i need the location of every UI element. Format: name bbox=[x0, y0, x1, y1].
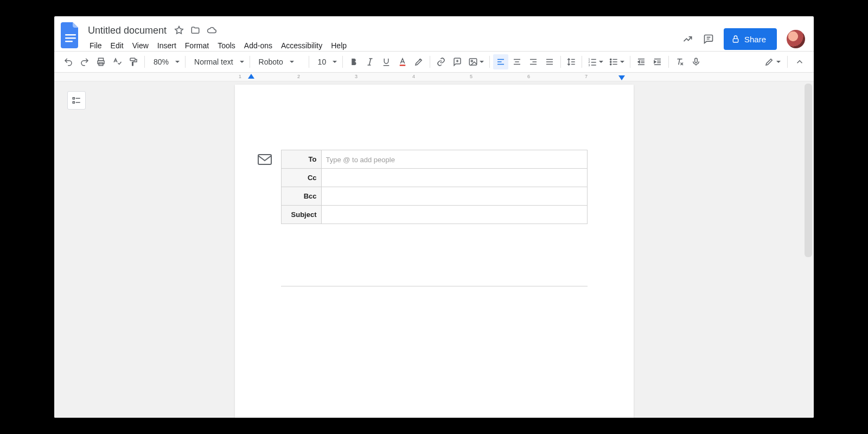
numbered-list-button[interactable]: 123 bbox=[585, 57, 605, 67]
email-row-to: To bbox=[281, 150, 587, 169]
email-to-input[interactable] bbox=[326, 156, 583, 164]
redo-button[interactable] bbox=[77, 54, 92, 69]
collapse-toolbar-button[interactable] bbox=[792, 54, 807, 69]
email-label-cc: Cc bbox=[281, 169, 321, 187]
menu-help[interactable]: Help bbox=[327, 39, 350, 52]
gmail-draft-icon[interactable] bbox=[258, 154, 272, 165]
caret-down-icon bbox=[599, 61, 603, 63]
lock-icon bbox=[731, 35, 740, 43]
bold-button[interactable] bbox=[346, 54, 361, 69]
email-label-to: To bbox=[281, 150, 321, 169]
email-row-subject: Subject bbox=[281, 206, 587, 224]
docs-logo-icon[interactable] bbox=[60, 21, 81, 50]
document-title[interactable]: Untitled document bbox=[86, 24, 169, 37]
star-icon[interactable] bbox=[174, 25, 184, 35]
email-row-bcc: Bcc bbox=[281, 187, 587, 206]
underline-button[interactable] bbox=[379, 54, 394, 69]
clear-formatting-button[interactable] bbox=[672, 54, 687, 69]
show-outline-button[interactable] bbox=[67, 91, 86, 110]
spellcheck-button[interactable] bbox=[110, 54, 125, 69]
ruler-tick: 2 bbox=[297, 74, 300, 79]
email-subject-input[interactable] bbox=[326, 211, 583, 219]
ruler-indent-marker-right[interactable] bbox=[618, 75, 625, 80]
vertical-scrollbar[interactable] bbox=[805, 84, 812, 257]
svg-rect-0 bbox=[65, 34, 76, 36]
menu-addons[interactable]: Add-ons bbox=[240, 39, 276, 52]
horizontal-ruler[interactable]: 1 2 3 4 5 6 7 bbox=[54, 73, 814, 81]
svg-point-40 bbox=[610, 59, 611, 60]
svg-rect-2 bbox=[65, 41, 73, 42]
editing-mode-button[interactable] bbox=[762, 57, 783, 67]
ruler-tick: 7 bbox=[585, 74, 588, 79]
svg-rect-57 bbox=[73, 98, 74, 99]
email-draft-block: To Cc Bcc Subject bbox=[281, 150, 588, 286]
menu-bar: File Edit View Insert Format Tools Add-o… bbox=[86, 39, 682, 52]
svg-point-18 bbox=[471, 60, 473, 62]
print-button[interactable] bbox=[93, 54, 108, 69]
svg-rect-1 bbox=[65, 37, 76, 39]
ruler-tick: 3 bbox=[355, 74, 358, 79]
highlight-button[interactable] bbox=[411, 54, 426, 69]
italic-button[interactable] bbox=[362, 54, 378, 69]
email-label-bcc: Bcc bbox=[281, 187, 321, 206]
text-color-button[interactable] bbox=[395, 54, 410, 69]
caret-down-icon bbox=[290, 61, 294, 63]
svg-rect-5 bbox=[733, 39, 738, 42]
caret-down-icon bbox=[776, 61, 781, 63]
menu-format[interactable]: Format bbox=[181, 39, 213, 52]
undo-button[interactable] bbox=[61, 54, 76, 69]
align-center-button[interactable] bbox=[509, 54, 525, 69]
line-spacing-button[interactable] bbox=[564, 57, 578, 67]
font-size-select[interactable]: 10 bbox=[312, 58, 340, 66]
share-button-label: Share bbox=[744, 35, 766, 44]
menu-tools[interactable]: Tools bbox=[214, 39, 239, 52]
email-bcc-input[interactable] bbox=[326, 193, 583, 201]
paragraph-style-select[interactable]: Normal text bbox=[189, 58, 246, 66]
align-left-button[interactable] bbox=[493, 54, 508, 69]
insert-image-button[interactable] bbox=[466, 57, 486, 67]
move-folder-icon[interactable] bbox=[190, 25, 200, 35]
menu-view[interactable]: View bbox=[129, 39, 152, 52]
caret-down-icon bbox=[480, 61, 484, 63]
header: Untitled document File Edit View Insert … bbox=[54, 16, 814, 51]
menu-insert[interactable]: Insert bbox=[154, 39, 180, 52]
insert-link-button[interactable] bbox=[433, 54, 449, 69]
svg-rect-61 bbox=[258, 155, 271, 164]
menu-edit[interactable]: Edit bbox=[107, 39, 127, 52]
cloud-saved-icon[interactable] bbox=[207, 25, 216, 35]
caret-down-icon bbox=[175, 61, 180, 63]
email-cc-input[interactable] bbox=[326, 174, 583, 182]
bulleted-list-button[interactable] bbox=[607, 57, 627, 67]
paint-format-button[interactable] bbox=[126, 54, 141, 69]
account-avatar[interactable] bbox=[787, 30, 805, 48]
svg-rect-14 bbox=[400, 65, 406, 66]
align-right-button[interactable] bbox=[526, 54, 541, 69]
voice-typing-button[interactable] bbox=[688, 54, 704, 69]
ruler-tick: 6 bbox=[527, 74, 530, 79]
document-workspace: To Cc Bcc Subject bbox=[54, 81, 814, 418]
align-justify-button[interactable] bbox=[542, 54, 557, 69]
menu-accessibility[interactable]: Accessibility bbox=[277, 39, 326, 52]
menu-file[interactable]: File bbox=[86, 39, 106, 52]
activity-icon[interactable] bbox=[682, 34, 693, 44]
svg-rect-9 bbox=[130, 58, 135, 61]
insert-comment-button[interactable] bbox=[450, 54, 465, 69]
caret-down-icon bbox=[333, 61, 337, 63]
email-body-divider bbox=[281, 286, 588, 286]
zoom-select[interactable]: 80% bbox=[148, 58, 182, 66]
decrease-indent-button[interactable] bbox=[634, 54, 649, 69]
svg-rect-56 bbox=[695, 58, 698, 62]
svg-rect-17 bbox=[469, 59, 477, 65]
caret-down-icon bbox=[240, 61, 244, 63]
docs-app-window: Untitled document File Edit View Insert … bbox=[54, 16, 814, 418]
comments-icon[interactable] bbox=[703, 34, 714, 44]
caret-down-icon bbox=[620, 61, 624, 63]
svg-rect-59 bbox=[73, 101, 74, 103]
ruler-indent-marker-left[interactable] bbox=[248, 74, 254, 79]
share-button[interactable]: Share bbox=[724, 28, 777, 50]
ruler-tick: 4 bbox=[412, 74, 415, 79]
svg-text:3: 3 bbox=[589, 63, 590, 67]
increase-indent-button[interactable] bbox=[650, 54, 665, 69]
document-page[interactable]: To Cc Bcc Subject bbox=[235, 85, 634, 418]
font-family-select[interactable]: Roboto bbox=[253, 58, 305, 66]
